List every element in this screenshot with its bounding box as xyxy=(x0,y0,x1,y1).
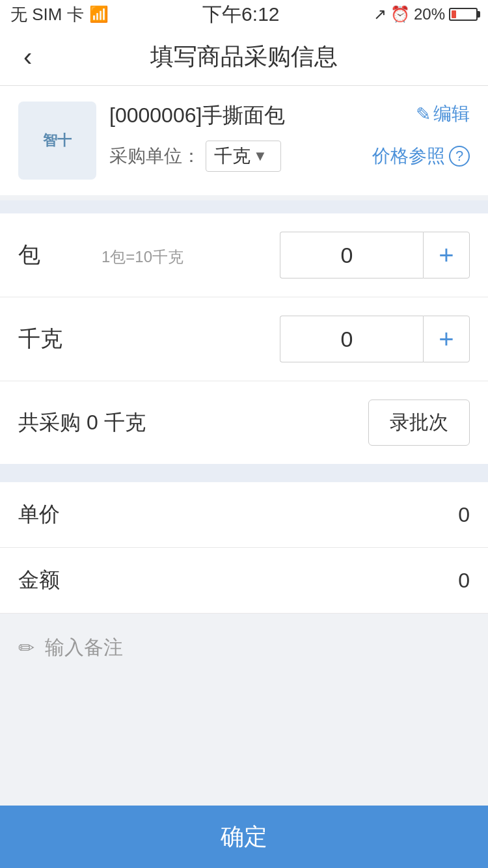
total-row: 共采购 0 千克 录批次 xyxy=(0,381,488,469)
kg-input[interactable] xyxy=(280,316,423,362)
page-title: 填写商品采购信息 xyxy=(150,41,338,73)
product-name: [0000006]手撕面包 xyxy=(109,102,285,130)
package-label: 包 xyxy=(18,240,96,270)
price-section: 单价 0 金额 0 xyxy=(0,482,488,614)
status-left: 无 SIM 卡 📶 xyxy=(10,3,109,26)
section-divider-1 xyxy=(0,200,488,213)
package-input-wrapper: + xyxy=(194,232,470,278)
product-info: [0000006]手撕面包 ✎ 编辑 采购单位： 千克 ▼ 价格参照 ? xyxy=(109,102,470,172)
amount-label: 金额 xyxy=(18,566,60,595)
battery-percent: 20% xyxy=(414,5,445,23)
total-unit: 千克 xyxy=(104,411,146,434)
kg-input-wrapper: + xyxy=(107,316,470,362)
amount-value: 0 xyxy=(458,569,470,593)
alarm-icon: ⏰ xyxy=(390,5,410,23)
unit-price-value: 0 xyxy=(458,503,470,527)
unit-select[interactable]: 千克 ▼ xyxy=(206,141,281,172)
total-amount: 0 xyxy=(87,411,104,434)
location-icon: ↗ xyxy=(373,5,386,23)
wifi-icon: 📶 xyxy=(89,5,109,23)
remark-placeholder: 输入备注 xyxy=(45,634,123,661)
dropdown-icon: ▼ xyxy=(253,148,267,165)
package-sublabel: 1包=10千克 xyxy=(102,247,183,267)
help-icon: ? xyxy=(449,146,470,167)
unit-price-row: 单价 0 xyxy=(0,482,488,548)
kg-label: 千克 xyxy=(18,324,96,354)
remark-section[interactable]: ✏ 输入备注 xyxy=(0,619,488,677)
price-ref-label: 价格参照 xyxy=(372,144,445,169)
back-button[interactable]: ‹ xyxy=(18,37,37,77)
package-plus-button[interactable]: + xyxy=(423,232,470,278)
unit-label: 采购单位： xyxy=(109,144,200,169)
product-image: 智十 xyxy=(18,102,96,180)
confirm-button[interactable]: 确定 xyxy=(0,806,488,868)
battery-fill xyxy=(452,10,456,18)
nav-bar: ‹ 填写商品采购信息 xyxy=(0,29,488,86)
batch-button[interactable]: 录批次 xyxy=(368,400,470,446)
edit-label: 编辑 xyxy=(433,102,470,126)
package-row: 包 1包=10千克 + xyxy=(0,213,488,297)
status-bar: 无 SIM 卡 📶 下午6:12 ↗ ⏰ 20% xyxy=(0,0,488,29)
status-time: 下午6:12 xyxy=(202,1,279,28)
section-divider-2 xyxy=(0,469,488,482)
package-input[interactable] xyxy=(280,232,423,278)
kg-plus-button[interactable]: + xyxy=(423,316,470,362)
product-image-text: 智十 xyxy=(43,131,72,150)
battery-icon xyxy=(449,8,478,21)
total-label: 共采购 xyxy=(18,411,87,434)
amount-row: 金额 0 xyxy=(0,548,488,614)
unit-row: 采购单位： 千克 ▼ 价格参照 ? xyxy=(109,141,470,172)
unit-price-label: 单价 xyxy=(18,500,60,529)
price-ref-button[interactable]: 价格参照 ? xyxy=(372,144,470,169)
quantity-section: 包 1包=10千克 + 千克 + xyxy=(0,213,488,381)
total-text: 共采购 0 千克 xyxy=(18,409,146,437)
pencil-icon: ✏ xyxy=(18,636,34,659)
no-sim-text: 无 SIM 卡 xyxy=(10,3,84,26)
status-right: ↗ ⏰ 20% xyxy=(373,5,478,23)
edit-icon: ✎ xyxy=(416,103,431,125)
unit-value: 千克 xyxy=(214,144,251,169)
edit-button[interactable]: ✎ 编辑 xyxy=(416,102,470,126)
kg-row: 千克 + xyxy=(0,297,488,381)
product-card: 智十 [0000006]手撕面包 ✎ 编辑 采购单位： 千克 ▼ xyxy=(0,86,488,200)
product-name-row: [0000006]手撕面包 ✎ 编辑 xyxy=(109,102,470,130)
